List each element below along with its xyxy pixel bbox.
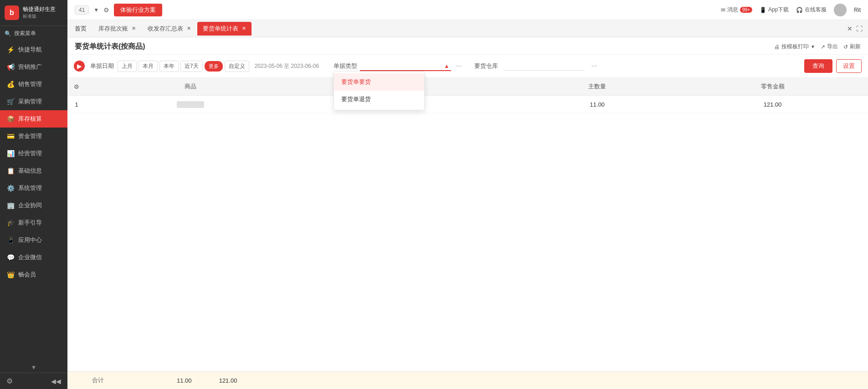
date-btn-more[interactable]: 更多 <box>205 61 223 72</box>
inventory-icon: 📦 <box>6 115 15 123</box>
table-row: 1 ████ ██ 块 11.00 121.00 <box>67 96 868 113</box>
footer-total-amount: 121.00 <box>192 377 237 384</box>
tab-close-collect-summary[interactable]: ✕ <box>187 26 191 31</box>
message-icon: ✉ <box>721 7 725 13</box>
tab-expand-icon[interactable]: ⛶ <box>856 25 863 32</box>
sidebar-item-purchase[interactable]: 🛒 采购管理 <box>0 93 67 110</box>
tab-home[interactable]: 首页 <box>69 22 92 36</box>
tabbar-right: ✕ ⛶ <box>847 25 866 32</box>
tab-close-order-stats[interactable]: ✕ <box>242 26 246 31</box>
sidebar-search[interactable]: 🔍 搜索菜单 <box>0 26 67 41</box>
print-dropdown-icon[interactable]: ▼ <box>811 44 815 49</box>
base-info-icon: 📋 <box>6 167 15 174</box>
phone-icon: 📱 <box>760 7 766 13</box>
main-area: 41 ▼ ⚙ 体验行业方案 ✉ 消息 99+ 📱 App下载 🎧 在线客服 Ri… <box>67 0 868 389</box>
cell-row-num: 1 <box>67 96 86 113</box>
warehouse-more-icon[interactable]: ··· <box>591 62 597 70</box>
sidebar-item-guide[interactable]: 🎓 新手引导 <box>0 214 67 231</box>
sidebar-item-base-info[interactable]: 📋 基础信息 <box>0 162 67 179</box>
sidebar-item-finance[interactable]: 💳 资金管理 <box>0 128 67 145</box>
tab-close-all-icon[interactable]: ✕ <box>847 25 853 32</box>
cell-goods: ████ ██ <box>86 96 296 113</box>
marketing-icon: 📢 <box>6 63 15 71</box>
tab-batch-account[interactable]: 库存批次账 ✕ <box>93 22 141 36</box>
type-more-icon[interactable]: ··· <box>456 62 462 70</box>
print-btn[interactable]: 🖨 按模板打印 ▼ <box>774 43 815 51</box>
date-label: 单据日期 <box>90 62 114 70</box>
sidebar-item-system[interactable]: ⚙️ 系统管理 <box>0 179 67 197</box>
operations-icon: 📊 <box>6 150 15 157</box>
sidebar-scroll-down[interactable]: ▼ <box>0 362 67 373</box>
filter-expand-btn[interactable]: ▶ <box>74 61 85 72</box>
headset-icon: 🎧 <box>796 7 803 13</box>
finance-icon: 💳 <box>6 133 15 140</box>
sidebar-item-quick-nav[interactable]: ⚡ 快捷导航 <box>0 41 67 58</box>
query-btn[interactable]: 查询 <box>804 59 832 73</box>
sidebar-collapse-icon[interactable]: ◀◀ <box>51 378 61 385</box>
message-badge: 99+ <box>740 7 752 13</box>
app-download-btn[interactable]: 📱 App下载 <box>760 6 789 14</box>
dropdown-item-order-goods[interactable]: 要货单要货 <box>334 73 424 91</box>
sidebar: b 畅捷通好生意 标准版 🔍 搜索菜单 ⚡ 快捷导航 📢 营销推广 💰 销售管理… <box>0 0 67 389</box>
sidebar-settings-icon[interactable]: ⚙ <box>6 377 13 385</box>
vip-icon: 👑 <box>6 271 15 278</box>
message-btn[interactable]: ✉ 消息 99+ <box>721 6 752 14</box>
industry-btn[interactable]: 体验行业方案 <box>114 4 162 16</box>
sidebar-item-marketing[interactable]: 📢 营销推广 <box>0 58 67 76</box>
tab-order-stats[interactable]: 要货单统计表 ✕ <box>197 22 252 36</box>
table-wrap: ⚙ 商品 主计量单位 主数量 零售金额 1 ████ ██ 块 <box>67 78 868 371</box>
topbar-gear-icon[interactable]: ⚙ <box>103 6 109 14</box>
cell-qty: 11.00 <box>517 96 677 113</box>
sidebar-item-vip[interactable]: 👑 畅会员 <box>0 266 67 283</box>
date-btn-custom[interactable]: 自定义 <box>225 61 249 72</box>
avatar[interactable] <box>834 4 847 16</box>
filter-bar: ▶ 单据日期 上月 本月 本年 近7天 更多 自定义 2023-05-06 至 … <box>67 55 868 78</box>
page-title: 要货单统计表(按商品) <box>75 42 145 51</box>
sidebar-item-wechat[interactable]: 💬 企业微信 <box>0 249 67 266</box>
date-btn-this-month[interactable]: 本月 <box>139 61 158 72</box>
sidebar-item-sales[interactable]: 💰 销售管理 <box>0 76 67 93</box>
sidebar-item-enterprise[interactable]: 🏢 企业协同 <box>0 197 67 214</box>
username-label: Rit <box>854 7 861 13</box>
search-icon: 🔍 <box>5 31 11 37</box>
table-body: 1 ████ ██ 块 11.00 121.00 <box>67 96 868 113</box>
topbar-dropdown-chevron[interactable]: ▼ <box>93 7 99 13</box>
date-btn-last-month[interactable]: 上月 <box>118 61 137 72</box>
sidebar-logo: b 畅捷通好生意 标准版 <box>0 0 67 26</box>
topbar-right: ✉ 消息 99+ 📱 App下载 🎧 在线客服 Rit <box>721 4 861 16</box>
filter-settings-btn[interactable]: 设置 <box>836 59 862 73</box>
type-label: 单据类型 <box>334 62 357 70</box>
online-service-btn[interactable]: 🎧 在线客服 <box>796 6 827 14</box>
export-btn[interactable]: ↗ 导出 <box>821 43 838 51</box>
th-qty: 主数量 <box>517 78 677 96</box>
th-settings[interactable]: ⚙ <box>67 78 86 96</box>
sidebar-item-app-center[interactable]: 📱 应用中心 <box>0 231 67 249</box>
type-select-wrap: ▲ <box>360 61 451 71</box>
type-dropdown-menu: 要货单要货 要货单退货 <box>334 71 425 110</box>
tab-collect-summary[interactable]: 收发存汇总表 ✕ <box>142 22 196 36</box>
table-header: ⚙ 商品 主计量单位 主数量 零售金额 <box>67 78 868 96</box>
sidebar-bottom: ⚙ ◀◀ <box>0 373 67 389</box>
date-btn-7days[interactable]: 近7天 <box>180 61 203 72</box>
footer-total-label: 合计 <box>74 376 104 384</box>
enterprise-icon: 🏢 <box>6 202 15 209</box>
tab-close-batch-account[interactable]: ✕ <box>132 26 136 31</box>
refresh-btn[interactable]: ↺ 刷新 <box>843 43 861 51</box>
sidebar-item-operations[interactable]: 📊 经营管理 <box>0 145 67 162</box>
system-icon: ⚙️ <box>6 184 15 192</box>
footer-total-qty: 11.00 <box>104 377 192 384</box>
type-select-input[interactable] <box>360 61 451 71</box>
wechat-icon: 💬 <box>6 254 15 261</box>
column-settings-icon[interactable]: ⚙ <box>74 83 79 90</box>
warehouse-input[interactable] <box>503 61 584 71</box>
type-chevron-icon[interactable]: ▲ <box>444 63 449 69</box>
sidebar-item-inventory[interactable]: 📦 库存核算 <box>0 110 67 128</box>
th-amount: 零售金额 <box>677 78 868 96</box>
topbar-left: 41 ▼ ⚙ 体验行业方案 <box>75 4 715 16</box>
topbar: 41 ▼ ⚙ 体验行业方案 ✉ 消息 99+ 📱 App下载 🎧 在线客服 Ri… <box>67 0 868 20</box>
date-btn-this-year[interactable]: 本年 <box>159 61 179 72</box>
refresh-icon: ↺ <box>843 44 848 50</box>
data-table: ⚙ 商品 主计量单位 主数量 零售金额 1 ████ ██ 块 <box>67 78 868 113</box>
quick-nav-icon: ⚡ <box>6 46 15 53</box>
dropdown-item-order-return[interactable]: 要货单退货 <box>334 91 424 108</box>
